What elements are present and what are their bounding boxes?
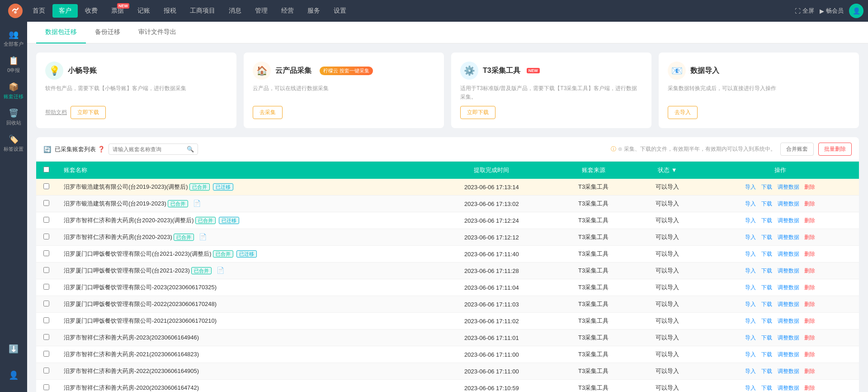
nav-service[interactable]: 服务	[301, 4, 326, 18]
sidebar-item-all-customers[interactable]: 👥 全部客户	[1, 26, 26, 51]
delete-action[interactable]: 删除	[804, 217, 815, 224]
merge-accounts-btn[interactable]: 合并账套	[780, 143, 814, 156]
delete-action[interactable]: 删除	[804, 251, 815, 257]
nav-business[interactable]: 工商项目	[184, 4, 222, 18]
download-action[interactable]: 下载	[761, 184, 772, 190]
import-action[interactable]: 导入	[745, 217, 756, 224]
download-action[interactable]: 下载	[761, 201, 772, 207]
delete-action[interactable]: 删除	[804, 301, 815, 307]
download-action[interactable]: 下载	[761, 335, 772, 341]
search-icon[interactable]: 🔍	[187, 146, 194, 153]
delete-action[interactable]: 删除	[804, 351, 815, 358]
adjust-action[interactable]: 调整数据	[778, 284, 799, 291]
row-checkbox[interactable]	[43, 368, 49, 373]
import-action[interactable]: 导入	[745, 335, 756, 341]
sidebar-item-zero-report[interactable]: 📋 0申报	[1, 53, 26, 77]
adjust-action[interactable]: 调整数据	[778, 351, 799, 358]
nav-settings[interactable]: 设置	[327, 4, 353, 18]
delete-action[interactable]: 删除	[804, 234, 815, 240]
delete-action[interactable]: 删除	[804, 318, 815, 324]
import-action[interactable]: 导入	[745, 234, 756, 240]
adjust-action[interactable]: 调整数据	[778, 234, 799, 240]
yunpincai-collect-btn[interactable]: 去采集	[253, 106, 283, 119]
app-logo[interactable]	[5, 0, 26, 22]
dataimport-import-btn[interactable]: 去导入	[668, 106, 698, 119]
row-checkbox[interactable]	[43, 384, 49, 390]
row-checkbox[interactable]	[43, 351, 49, 357]
delete-action[interactable]: 删除	[804, 385, 815, 391]
nav-invoice[interactable]: 票据NEW	[105, 4, 130, 18]
tab-audit-export[interactable]: 审计文件导出	[129, 22, 185, 43]
download-action[interactable]: 下载	[761, 284, 772, 291]
col-status[interactable]: 状态 ▼	[633, 162, 701, 179]
import-action[interactable]: 导入	[745, 368, 756, 374]
batch-delete-btn[interactable]: 批量删除	[818, 143, 852, 156]
select-all-checkbox[interactable]	[43, 167, 49, 172]
adjust-action[interactable]: 调整数据	[778, 184, 799, 190]
delete-action[interactable]: 删除	[804, 284, 815, 291]
nav-manage[interactable]: 管理	[249, 4, 274, 18]
import-action[interactable]: 导入	[745, 385, 756, 391]
download-action[interactable]: 下载	[761, 368, 772, 374]
download-action[interactable]: 下载	[761, 251, 772, 257]
row-checkbox[interactable]	[43, 250, 49, 256]
adjust-action[interactable]: 调整数据	[778, 335, 799, 341]
tab-backup-migrate[interactable]: 备份迁移	[86, 22, 129, 43]
refresh-icon[interactable]: 🔄	[43, 146, 51, 153]
import-action[interactable]: 导入	[745, 284, 756, 291]
download-action[interactable]: 下载	[761, 385, 772, 391]
fullscreen-button[interactable]: ⛶ 全屏	[795, 7, 814, 15]
import-action[interactable]: 导入	[745, 301, 756, 307]
row-checkbox[interactable]	[43, 334, 49, 340]
help-icon[interactable]: ❓	[98, 146, 105, 153]
row-checkbox[interactable]	[43, 317, 49, 323]
delete-action[interactable]: 删除	[804, 268, 815, 274]
sidebar-item-tag-settings[interactable]: 🏷️ 标签设置	[1, 131, 26, 156]
xiaochangzhang-download-btn[interactable]: 立即下载	[71, 106, 106, 119]
adjust-action[interactable]: 调整数据	[778, 201, 799, 207]
row-checkbox[interactable]	[43, 217, 49, 223]
sidebar-item-account-migrate[interactable]: 📦 账套迁移	[1, 79, 26, 103]
import-action[interactable]: 导入	[745, 351, 756, 358]
row-checkbox[interactable]	[43, 200, 49, 206]
delete-action[interactable]: 删除	[804, 368, 815, 374]
nav-operation[interactable]: 经营	[275, 4, 300, 18]
sidebar-item-recycle[interactable]: 🗑️ 回收站	[1, 105, 26, 129]
import-action[interactable]: 导入	[745, 184, 756, 190]
import-action[interactable]: 导入	[745, 201, 756, 207]
search-input[interactable]	[113, 146, 185, 153]
adjust-action[interactable]: 调整数据	[778, 368, 799, 374]
nav-home[interactable]: 首页	[26, 4, 52, 18]
download-action[interactable]: 下载	[761, 301, 772, 307]
nav-message[interactable]: 消息	[222, 4, 248, 18]
import-action[interactable]: 导入	[745, 251, 756, 257]
user-avatar[interactable]: 👤	[849, 4, 863, 18]
adjust-action[interactable]: 调整数据	[778, 385, 799, 391]
delete-action[interactable]: 删除	[804, 335, 815, 341]
adjust-action[interactable]: 调整数据	[778, 268, 799, 274]
tab-data-package[interactable]: 数据包迁移	[36, 22, 86, 43]
row-checkbox[interactable]	[43, 267, 49, 273]
download-action[interactable]: 下载	[761, 234, 772, 240]
member-button[interactable]: ▶ 畅会员	[820, 7, 844, 15]
row-checkbox[interactable]	[43, 234, 49, 239]
nav-bookkeep[interactable]: 记账	[131, 4, 156, 18]
import-action[interactable]: 导入	[745, 318, 756, 324]
download-action[interactable]: 下载	[761, 318, 772, 324]
adjust-action[interactable]: 调整数据	[778, 318, 799, 324]
row-checkbox[interactable]	[43, 183, 49, 189]
xiaochangzhang-help-link[interactable]: 帮助文档	[45, 109, 67, 116]
sidebar-item-download[interactable]: ⬇️	[1, 337, 26, 361]
row-checkbox[interactable]	[43, 301, 49, 306]
adjust-action[interactable]: 调整数据	[778, 251, 799, 257]
delete-action[interactable]: 删除	[804, 184, 815, 190]
row-checkbox[interactable]	[43, 284, 49, 290]
t3tool-download-btn[interactable]: 立即下载	[460, 106, 495, 119]
adjust-action[interactable]: 调整数据	[778, 301, 799, 307]
download-action[interactable]: 下载	[761, 217, 772, 224]
nav-customer[interactable]: 客户	[52, 4, 78, 18]
sidebar-item-user[interactable]: 👤	[1, 363, 26, 387]
import-action[interactable]: 导入	[745, 268, 756, 274]
download-action[interactable]: 下载	[761, 351, 772, 358]
nav-fee[interactable]: 收费	[79, 4, 104, 18]
